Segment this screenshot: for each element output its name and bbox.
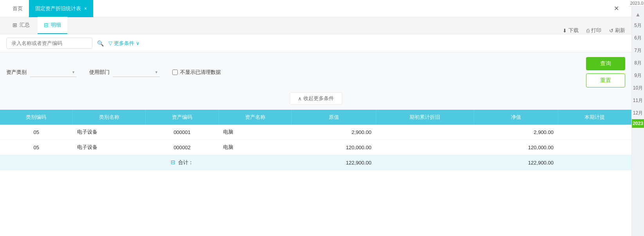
row1-category-code: 05 [0, 125, 72, 140]
col-original-value: 原值 [292, 110, 376, 125]
search-bar: 🔍 ▽ 更多条件 ∨ [0, 34, 631, 52]
subtotal-icon: ⊟ [171, 159, 175, 165]
refresh-label: 刷新 [615, 27, 625, 34]
subtotal-net-value: 122,900.00 [474, 155, 558, 170]
subtotal-original-value: 122,900.00 [292, 155, 376, 170]
row1-accumulated-depreciation [376, 125, 474, 140]
sidebar-up-arrow[interactable]: ▲ [633, 10, 643, 19]
right-sidebar: 2023.01 ▲ 5月 6月 7月 8月 9月 10月 11月 12月 202… [631, 0, 644, 236]
print-label: 打印 [591, 27, 601, 34]
sidebar-month-5[interactable]: 5月 [632, 19, 644, 32]
row2-asset-name: 电脑 [218, 140, 292, 155]
tab-summary-label: 汇总 [20, 21, 30, 29]
collapse-button[interactable]: ∧ 收起更多条件 [290, 92, 342, 105]
active-tab[interactable]: 固定资产折旧统计表 × [29, 0, 93, 17]
sidebar-date: 2023.01 [629, 0, 644, 7]
collapse-row: ∧ 收起更多条件 [6, 92, 625, 105]
subtotal-current-depreciation [558, 155, 631, 170]
row1-net-value: 2,900.00 [474, 125, 558, 140]
row2-original-value: 120,000.00 [292, 140, 376, 155]
row2-asset-code: 000002 [146, 140, 219, 155]
filter-row: 资产类别 使用部门 不显示已清理数据 [6, 57, 625, 88]
tab-close-icon[interactable]: × [84, 6, 87, 11]
tab-bar: ⊞ 汇总 ⊟ 明细 ⬇ 下载 ⎙ 打印 ↺ 刷新 [0, 17, 631, 34]
sidebar-month-10[interactable]: 10月 [632, 82, 644, 94]
no-cleared-group: 不显示已清理数据 [172, 69, 221, 76]
subtotal-label-cell: ⊟ 合计： [72, 155, 292, 170]
filter-label: 更多条件 [114, 40, 134, 47]
sidebar-month-12[interactable]: 12月 [632, 107, 644, 119]
tab-detail[interactable]: ⊟ 明细 [38, 17, 67, 34]
refresh-button[interactable]: ↺ 刷新 [609, 27, 625, 34]
summary-icon: ⊞ [13, 22, 17, 28]
row2-net-value: 120,000.00 [474, 140, 558, 155]
subtotal-empty-1 [0, 155, 72, 170]
search-input[interactable] [6, 38, 92, 49]
row2-category-code: 05 [0, 140, 72, 155]
data-table-wrap: 类别编码 类别名称 资产编码 资产名称 原值 期初累计折旧 净值 本期计提 05… [0, 110, 631, 236]
download-label: 下载 [568, 27, 579, 34]
use-dept-label: 使用部门 [89, 69, 110, 76]
col-asset-name: 资产名称 [218, 110, 292, 125]
row1-original-value: 2,900.00 [292, 125, 376, 140]
row2-category-name: 电子设备 [72, 140, 146, 155]
chevron-down-icon: ∨ [136, 40, 140, 46]
tab-summary[interactable]: ⊞ 汇总 [6, 17, 36, 34]
refresh-icon: ↺ [609, 28, 613, 34]
tab-detail-label: 明细 [51, 21, 61, 29]
col-current-depreciation: 本期计提 [558, 110, 631, 125]
row1-asset-code: 000001 [146, 125, 219, 140]
detail-icon: ⊟ [44, 22, 49, 28]
col-category-name: 类别名称 [72, 110, 146, 125]
collapse-label: 收起更多条件 [303, 95, 334, 102]
row2-current-depreciation [558, 140, 631, 155]
home-nav[interactable]: 首页 [6, 0, 29, 17]
no-cleared-checkbox[interactable] [172, 70, 178, 75]
sidebar-year: 2023 [632, 119, 644, 128]
row1-category-name: 电子设备 [72, 125, 146, 140]
sidebar-month-6[interactable]: 6月 [632, 32, 644, 44]
asset-category-field: 资产类别 [6, 68, 77, 77]
asset-category-label: 资产类别 [6, 69, 27, 76]
subtotal-row: ⊟ 合计： 122,900.00 122,900.00 [0, 155, 631, 170]
data-table: 类别编码 类别名称 资产编码 资产名称 原值 期初累计折旧 净值 本期计提 05… [0, 110, 631, 170]
table-row: 05 电子设备 000002 电脑 120,000.00 120,000.00 [0, 140, 631, 155]
print-button[interactable]: ⎙ 打印 [586, 27, 601, 34]
sidebar-month-8[interactable]: 8月 [632, 57, 644, 69]
download-icon: ⬇ [563, 28, 567, 34]
sidebar-month-9[interactable]: 9月 [632, 69, 644, 82]
col-asset-code: 资产编码 [146, 110, 219, 125]
use-dept-field: 使用部门 [89, 68, 160, 77]
use-dept-select[interactable] [113, 68, 160, 77]
use-dept-select-wrap [113, 68, 160, 77]
filter-action-buttons: 查询 重置 [586, 57, 625, 88]
col-category-code: 类别编码 [0, 110, 72, 125]
toolbar-actions: ⬇ 下载 ⎙ 打印 ↺ 刷新 [563, 27, 625, 34]
asset-category-select[interactable] [30, 68, 77, 77]
table-row: 05 电子设备 000001 电脑 2,900.00 2,900.00 [0, 125, 631, 140]
filter-panel: 资产类别 使用部门 不显示已清理数据 [0, 52, 631, 110]
subtotal-label: 合计： [178, 159, 193, 165]
query-button[interactable]: 查询 [586, 57, 625, 70]
print-icon: ⎙ [586, 28, 590, 34]
row1-asset-name: 电脑 [218, 125, 292, 140]
sidebar-month-11[interactable]: 11月 [632, 94, 644, 107]
row2-accumulated-depreciation [376, 140, 474, 155]
filter-icon: ▽ [108, 40, 112, 46]
col-net-value: 净值 [474, 110, 558, 125]
tab-label: 固定资产折旧统计表 [35, 5, 81, 12]
sidebar-month-7[interactable]: 7月 [632, 44, 644, 57]
no-cleared-label: 不显示已清理数据 [180, 69, 221, 76]
row1-current-depreciation [558, 125, 631, 140]
reset-button[interactable]: 重置 [586, 73, 625, 88]
search-icon[interactable]: 🔍 [97, 40, 104, 46]
subtotal-accumulated-depreciation [376, 155, 474, 170]
more-filters-button[interactable]: ▽ 更多条件 ∨ [108, 40, 140, 47]
table-header-row: 类别编码 类别名称 资产编码 资产名称 原值 期初累计折旧 净值 本期计提 [0, 110, 631, 125]
download-button[interactable]: ⬇ 下载 [563, 27, 579, 34]
window-close-button[interactable]: ✕ [608, 5, 625, 12]
chevron-up-icon: ∧ [298, 96, 302, 102]
col-accumulated-depreciation: 期初累计折旧 [376, 110, 474, 125]
asset-category-select-wrap [30, 68, 77, 77]
